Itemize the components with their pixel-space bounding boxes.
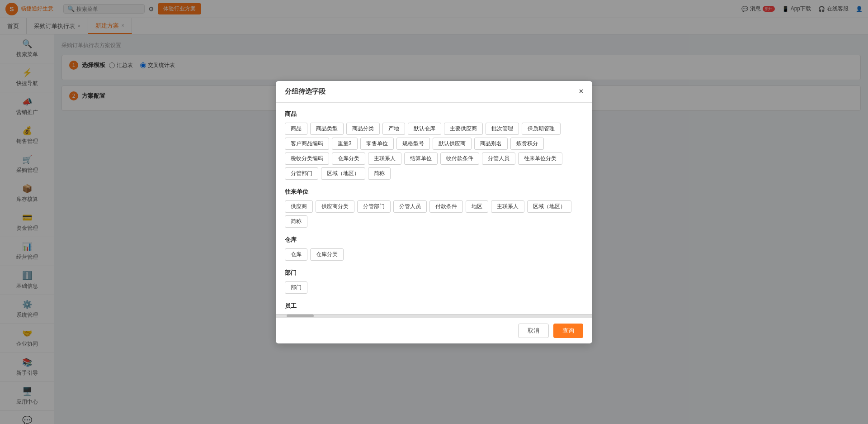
- field-tag[interactable]: 商品别名: [474, 138, 508, 150]
- scroll-thumb: [287, 314, 314, 317]
- field-tag[interactable]: 分管部门: [285, 167, 318, 180]
- field-tag[interactable]: 商品: [285, 123, 307, 135]
- field-tag[interactable]: 仓库分类: [332, 152, 365, 165]
- field-tag[interactable]: 部门: [285, 281, 307, 294]
- field-tag[interactable]: 区域（地区）: [321, 167, 365, 180]
- field-tag[interactable]: 保质期管理: [522, 123, 561, 135]
- modal-header: 分组待选字段 ×: [276, 81, 592, 103]
- field-tag[interactable]: 供应商分类: [316, 200, 354, 213]
- field-tag[interactable]: 结算单位: [404, 152, 438, 165]
- modal-title: 分组待选字段: [285, 87, 326, 96]
- field-group-warehouse: 仓库仓库仓库分类: [285, 236, 583, 261]
- field-tag[interactable]: 客户商品编码: [285, 138, 329, 150]
- field-group-goods: 商品商品商品类型商品分类产地默认仓库主要供应商批次管理保质期管理客户商品编码重量…: [285, 110, 583, 180]
- field-tag[interactable]: 供应商: [285, 200, 313, 213]
- modal-overlay: 分组待选字段 × 商品商品商品类型商品分类产地默认仓库主要供应商批次管理保质期管…: [0, 0, 868, 424]
- field-tag[interactable]: 默认仓库: [408, 123, 441, 135]
- field-tag[interactable]: 仓库分类: [310, 248, 344, 261]
- field-tag[interactable]: 付款条件: [429, 200, 463, 213]
- field-tag[interactable]: 税收分类编码: [285, 152, 329, 165]
- field-tag[interactable]: 主联系人: [368, 152, 401, 165]
- field-group-partners: 往来单位供应商供应商分类分管部门分管人员付款条件地区主联系人区域（地区）简称: [285, 188, 583, 228]
- field-tag[interactable]: 商品分类: [346, 123, 380, 135]
- modal-footer: 取消 查询: [276, 318, 592, 343]
- field-group-title-employee: 员工: [285, 302, 583, 310]
- field-tag[interactable]: 炼货积分: [510, 138, 544, 150]
- field-tag[interactable]: 默认供应商: [433, 138, 472, 150]
- field-group-title-partners: 往来单位: [285, 188, 583, 196]
- modal-close-button[interactable]: ×: [579, 87, 583, 95]
- field-tag[interactable]: 规格型号: [396, 138, 430, 150]
- field-tag[interactable]: 主要供应商: [444, 123, 483, 135]
- modal: 分组待选字段 × 商品商品商品类型商品分类产地默认仓库主要供应商批次管理保质期管…: [276, 81, 592, 343]
- field-tags-partners: 供应商供应商分类分管部门分管人员付款条件地区主联系人区域（地区）简称: [285, 200, 583, 228]
- field-tags-department: 部门: [285, 281, 583, 294]
- field-tag[interactable]: 仓库: [285, 248, 307, 261]
- field-tag[interactable]: 批次管理: [486, 123, 519, 135]
- field-tag[interactable]: 分管人员: [482, 152, 515, 165]
- field-tag[interactable]: 分管人员: [393, 200, 427, 213]
- field-group-title-department: 部门: [285, 269, 583, 277]
- field-tag[interactable]: 产地: [382, 123, 405, 135]
- field-group-employee: 员工业务员: [285, 302, 583, 314]
- field-tag[interactable]: 分管部门: [357, 200, 391, 213]
- horizontal-scrollbar[interactable]: [276, 314, 592, 318]
- field-tag[interactable]: 简称: [285, 215, 307, 228]
- field-tag[interactable]: 主联系人: [491, 200, 524, 213]
- field-tag[interactable]: 商品类型: [310, 123, 344, 135]
- field-tags-goods: 商品商品类型商品分类产地默认仓库主要供应商批次管理保质期管理客户商品编码重量3零…: [285, 123, 583, 180]
- field-tag[interactable]: 重量3: [332, 138, 358, 150]
- field-group-title-warehouse: 仓库: [285, 236, 583, 244]
- modal-body: 商品商品商品类型商品分类产地默认仓库主要供应商批次管理保质期管理客户商品编码重量…: [276, 103, 592, 314]
- confirm-button[interactable]: 查询: [553, 324, 583, 338]
- cancel-button[interactable]: 取消: [518, 324, 549, 338]
- field-tag[interactable]: 往来单位分类: [518, 152, 562, 165]
- field-tag[interactable]: 收付款条件: [440, 152, 479, 165]
- field-tag[interactable]: 零售单位: [360, 138, 394, 150]
- field-group-department: 部门部门: [285, 269, 583, 294]
- field-group-title-goods: 商品: [285, 110, 583, 118]
- field-tag[interactable]: 简称: [368, 167, 391, 180]
- field-tags-warehouse: 仓库仓库分类: [285, 248, 583, 261]
- field-tag[interactable]: 地区: [466, 200, 488, 213]
- field-tag[interactable]: 区域（地区）: [527, 200, 571, 213]
